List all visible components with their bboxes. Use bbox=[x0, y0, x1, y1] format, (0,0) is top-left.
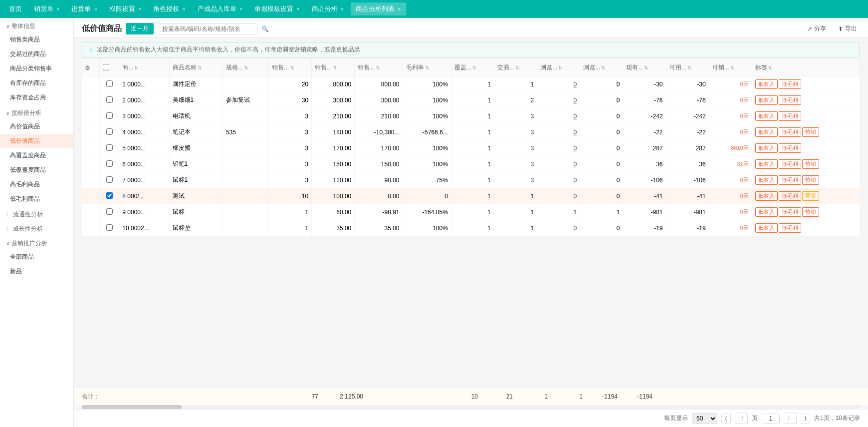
col-usable[interactable]: 可用...⇅ bbox=[666, 59, 709, 76]
sidebar-item[interactable]: 高毛利商品 bbox=[0, 177, 73, 192]
filter-button[interactable]: 近一月 bbox=[126, 23, 154, 34]
row-checkbox[interactable] bbox=[100, 188, 119, 204]
row-browse1[interactable]: 0 bbox=[537, 92, 580, 108]
settings-icon[interactable]: ⚙ bbox=[85, 64, 90, 71]
row-browse1[interactable]: 0 bbox=[537, 156, 580, 172]
row-checkbox[interactable] bbox=[100, 156, 119, 172]
row-checkbox[interactable] bbox=[100, 76, 119, 92]
browse1-value[interactable]: 0 bbox=[574, 81, 577, 88]
col-sales-avg[interactable]: 销售...⇅ bbox=[355, 59, 403, 76]
sidebar-group-header[interactable]: ∨整体信息 bbox=[0, 18, 73, 32]
col-cover[interactable]: 覆盖...⇅ bbox=[451, 59, 494, 76]
sidebar-group-header[interactable]: ∨贡献值分析 bbox=[0, 105, 73, 119]
col-spec[interactable]: 规格...⇅ bbox=[222, 59, 268, 76]
col-trade[interactable]: 交易...⇅ bbox=[494, 59, 537, 76]
export-button[interactable]: ⬆ 导出 bbox=[835, 23, 860, 34]
prev-page-btn[interactable]: 〈 bbox=[735, 413, 748, 424]
row-checkbox[interactable] bbox=[100, 92, 119, 108]
nav-tab[interactable]: 产成品入库单× bbox=[193, 2, 247, 15]
col-browse1[interactable]: 浏览...⇅ bbox=[537, 59, 580, 76]
next-page-btn[interactable]: 〉 bbox=[784, 413, 797, 424]
close-icon[interactable]: × bbox=[296, 6, 299, 12]
sidebar-item[interactable]: 有库存的商品 bbox=[0, 76, 73, 90]
sidebar-item[interactable]: 高覆盖度商品 bbox=[0, 148, 73, 163]
col-name[interactable]: 商品名称⇅ bbox=[169, 59, 222, 76]
close-icon[interactable]: × bbox=[56, 6, 59, 12]
col-browse2[interactable]: 浏览...⇅ bbox=[580, 59, 623, 76]
sidebar-group-header[interactable]: 〉流通性分析 bbox=[0, 206, 73, 221]
row-checkbox[interactable] bbox=[100, 204, 119, 220]
sidebar-item[interactable]: 低价值商品 bbox=[0, 134, 73, 148]
row-select-checkbox[interactable] bbox=[106, 96, 113, 103]
search-input[interactable] bbox=[158, 23, 257, 34]
col-sales-qty[interactable]: 销售...⇅ bbox=[269, 59, 312, 76]
browse1-value[interactable]: 0 bbox=[574, 97, 577, 104]
col-sales-amt[interactable]: 销售...⇅ bbox=[312, 59, 355, 76]
sidebar-item[interactable]: 低覆盖度商品 bbox=[0, 163, 73, 177]
close-icon[interactable]: × bbox=[94, 6, 97, 12]
col-settings[interactable]: ⚙ bbox=[82, 59, 100, 76]
nav-tab[interactable]: 进货单× bbox=[66, 2, 102, 15]
row-checkbox[interactable] bbox=[100, 108, 119, 124]
col-checkbox[interactable] bbox=[100, 59, 119, 76]
close-icon[interactable]: × bbox=[398, 6, 401, 12]
row-checkbox[interactable] bbox=[100, 172, 119, 188]
nav-tab[interactable]: 首页 bbox=[4, 2, 27, 15]
row-browse1[interactable]: 0 bbox=[537, 172, 580, 188]
per-page-select[interactable]: 50 100 200 bbox=[692, 413, 717, 424]
row-browse1[interactable]: 0 bbox=[537, 220, 580, 236]
sidebar-item[interactable]: 交易过的商品 bbox=[0, 47, 73, 61]
row-select-checkbox[interactable] bbox=[106, 80, 113, 87]
col-gross-rate[interactable]: 毛利率⇅ bbox=[403, 59, 451, 76]
row-browse1[interactable]: 0 bbox=[537, 188, 580, 204]
share-button[interactable]: ↗ 分享 bbox=[804, 23, 829, 34]
row-checkbox[interactable] bbox=[100, 124, 119, 140]
page-number-input[interactable] bbox=[762, 414, 780, 424]
browse1-value[interactable]: 0 bbox=[574, 113, 577, 120]
col-tag[interactable]: 标签⇅ bbox=[752, 59, 860, 76]
sidebar-group-header[interactable]: 〉成长性分析 bbox=[0, 221, 73, 235]
close-icon[interactable]: × bbox=[341, 6, 344, 12]
nav-tab[interactable]: 单据模板设置× bbox=[249, 2, 304, 15]
table-container[interactable]: ⚙ 商...⇅ 商品名称⇅ 规格...⇅ 销售...⇅ 销售...⇅ 销售...… bbox=[82, 59, 860, 388]
sidebar-item[interactable]: 商品分类销售率 bbox=[0, 61, 73, 76]
sidebar-group-header[interactable]: ∨营销推广分析 bbox=[0, 235, 73, 250]
row-select-checkbox[interactable] bbox=[106, 208, 113, 215]
col-saleable[interactable]: 可销...⇅ bbox=[709, 59, 752, 76]
row-browse1[interactable]: 0 bbox=[537, 140, 580, 156]
row-select-checkbox[interactable] bbox=[106, 160, 113, 167]
last-page-btn[interactable]: ⟩ bbox=[801, 414, 810, 424]
row-select-checkbox[interactable] bbox=[106, 224, 113, 231]
row-browse1[interactable]: 1 bbox=[537, 204, 580, 220]
row-select-checkbox[interactable] bbox=[106, 144, 113, 151]
row-select-checkbox[interactable] bbox=[106, 128, 113, 135]
sidebar-item[interactable]: 高价值商品 bbox=[0, 119, 73, 134]
browse1-value[interactable]: 0 bbox=[574, 225, 577, 232]
browse1-value[interactable]: 0 bbox=[574, 145, 577, 152]
first-page-btn[interactable]: ⟨ bbox=[721, 414, 731, 424]
close-icon[interactable]: × bbox=[138, 6, 141, 12]
row-browse1[interactable]: 0 bbox=[537, 108, 580, 124]
close-icon[interactable]: × bbox=[182, 6, 185, 12]
browse1-value[interactable]: 1 bbox=[574, 209, 577, 216]
nav-tab[interactable]: 角色授权× bbox=[148, 2, 190, 15]
scroll-thumb[interactable] bbox=[82, 405, 182, 409]
col-code[interactable]: 商...⇅ bbox=[119, 59, 169, 76]
nav-tab[interactable]: 销货单× bbox=[29, 2, 64, 15]
row-select-checkbox[interactable] bbox=[106, 112, 113, 119]
search-icon[interactable]: 🔍 bbox=[261, 25, 269, 32]
row-browse1[interactable]: 0 bbox=[537, 124, 580, 140]
browse1-value[interactable]: 0 bbox=[574, 193, 577, 200]
nav-tab[interactable]: 商品分析列表× bbox=[351, 2, 406, 15]
row-select-checkbox[interactable] bbox=[106, 176, 113, 183]
browse1-value[interactable]: 0 bbox=[574, 129, 577, 136]
horizontal-scrollbar[interactable] bbox=[82, 405, 860, 409]
sidebar-item[interactable]: 新品 bbox=[0, 264, 73, 279]
sidebar-item[interactable]: 销售类商品 bbox=[0, 32, 73, 47]
close-icon[interactable]: × bbox=[239, 6, 242, 12]
row-checkbox[interactable] bbox=[100, 140, 119, 156]
row-checkbox[interactable] bbox=[100, 220, 119, 236]
browse1-value[interactable]: 0 bbox=[574, 177, 577, 184]
nav-tab[interactable]: 商品分析× bbox=[307, 2, 349, 15]
select-all-checkbox[interactable] bbox=[103, 64, 109, 70]
